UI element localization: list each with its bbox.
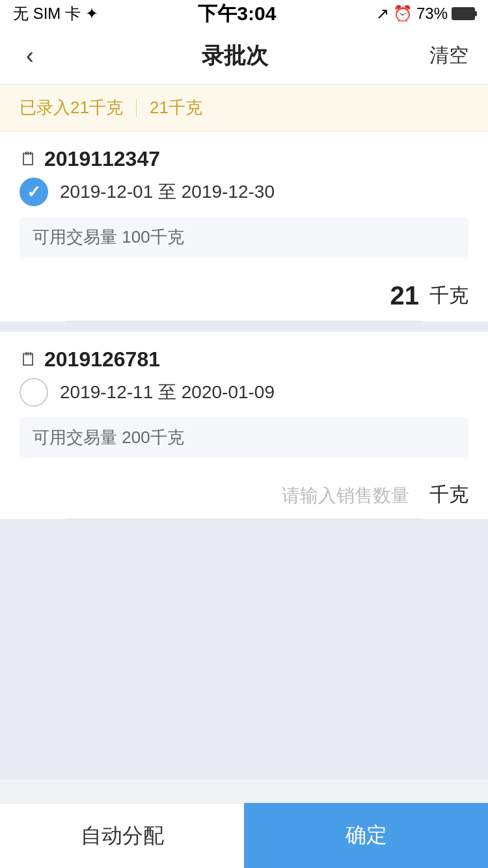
batch-date-row-2: 2019-12-11 至 2020-01-09 bbox=[20, 378, 468, 407]
batch-date-2: 2019-12-11 至 2020-01-09 bbox=[60, 380, 275, 405]
batch-header-1: 🗒 2019112347 bbox=[20, 147, 468, 171]
radio-button-1[interactable]: ✓ bbox=[20, 178, 48, 206]
info-divider bbox=[136, 99, 137, 117]
batch-icon-1: 🗒 bbox=[20, 148, 38, 170]
batch-item-2: 🗒 2019126781 2019-12-11 至 2020-01-09 可用交… bbox=[0, 332, 488, 458]
batch-date-row-1: ✓ 2019-12-01 至 2019-12-30 bbox=[20, 178, 468, 206]
page-title: 录批次 bbox=[202, 41, 268, 71]
no-sim-text: 无 SIM 卡 ✦ bbox=[13, 3, 98, 24]
amount-unit-1: 千克 bbox=[429, 282, 468, 309]
batch-icon-2: 🗒 bbox=[20, 349, 38, 370]
location-icon: ↗ bbox=[376, 5, 389, 23]
amount-label: 21千克 bbox=[150, 96, 202, 119]
avail-box-1: 可用交易量 100千克 bbox=[20, 217, 468, 258]
bottom-bar: 自动分配 确定 bbox=[0, 803, 488, 868]
content-area: 🗒 2019112347 ✓ 2019-12-01 至 2019-12-30 可… bbox=[0, 131, 488, 845]
alarm-icon: ⏰ bbox=[393, 5, 413, 23]
amount-value-1: 21 bbox=[390, 281, 420, 310]
battery-text: 73% bbox=[416, 5, 448, 23]
confirm-button[interactable]: 确定 bbox=[244, 803, 488, 868]
input-row-2: 千克 bbox=[0, 471, 488, 519]
battery-icon bbox=[452, 7, 475, 20]
batch-id-1: 2019112347 bbox=[44, 147, 160, 171]
info-banner: 已录入21千克 21千克 bbox=[0, 85, 488, 131]
check-icon-1: ✓ bbox=[27, 182, 41, 202]
avail-box-2: 可用交易量 200千克 bbox=[20, 417, 468, 458]
status-bar-right: ↗ ⏰ 73% bbox=[376, 5, 475, 23]
recorded-amount-label: 已录入21千克 bbox=[20, 96, 123, 119]
status-bar: 无 SIM 卡 ✦ 下午3:04 ↗ ⏰ 73% bbox=[0, 0, 488, 27]
batch-date-1: 2019-12-01 至 2019-12-30 bbox=[60, 180, 275, 204]
back-button[interactable]: ‹ bbox=[20, 36, 40, 76]
batch-card-2: 🗒 2019126781 2019-12-11 至 2020-01-09 可用交… bbox=[0, 332, 488, 519]
batch-card-1: 🗒 2019112347 ✓ 2019-12-01 至 2019-12-30 可… bbox=[0, 131, 488, 321]
section-gap bbox=[0, 321, 488, 332]
batch-header-2: 🗒 2019126781 bbox=[20, 347, 468, 372]
batch-id-2: 2019126781 bbox=[44, 347, 160, 372]
batch-item-1: 🗒 2019112347 ✓ 2019-12-01 至 2019-12-30 可… bbox=[0, 131, 488, 258]
sale-quantity-input[interactable] bbox=[224, 484, 419, 506]
auto-distribute-button[interactable]: 自动分配 bbox=[0, 803, 244, 868]
nav-bar: ‹ 录批次 清空 bbox=[0, 27, 488, 85]
amount-row-1: 21 千克 bbox=[0, 271, 488, 321]
status-bar-time: 下午3:04 bbox=[198, 1, 276, 27]
empty-area bbox=[0, 519, 488, 780]
radio-button-2[interactable] bbox=[20, 378, 48, 407]
status-bar-left: 无 SIM 卡 ✦ bbox=[13, 3, 98, 24]
clear-button[interactable]: 清空 bbox=[429, 42, 468, 69]
input-unit-2: 千克 bbox=[429, 481, 468, 508]
